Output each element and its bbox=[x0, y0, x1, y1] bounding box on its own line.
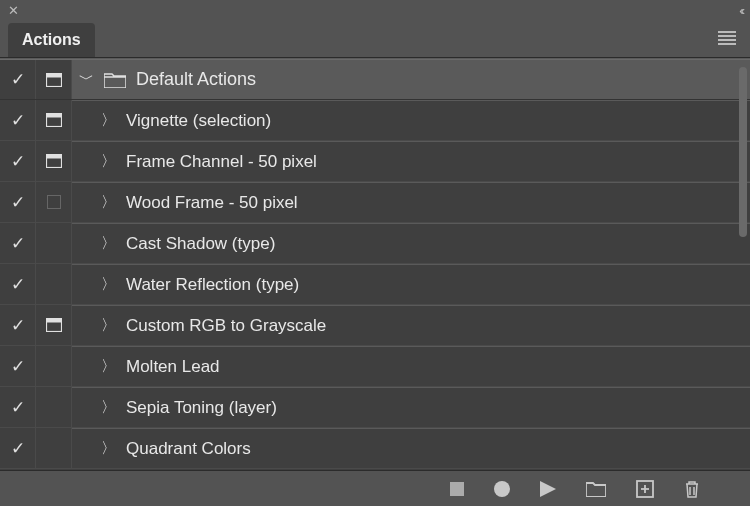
toggle-check[interactable]: ✓ bbox=[0, 223, 36, 263]
tab-actions[interactable]: Actions bbox=[8, 23, 95, 57]
panel-menu-icon[interactable] bbox=[718, 29, 736, 47]
chevron-right-icon[interactable]: 〉 bbox=[100, 193, 116, 212]
toggle-check[interactable]: ✓ bbox=[0, 346, 36, 386]
chevron-right-icon[interactable]: 〉 bbox=[100, 275, 116, 294]
play-button[interactable] bbox=[540, 481, 556, 497]
collapse-panel-icon[interactable]: ‹‹ bbox=[739, 3, 742, 18]
checkmark-icon: ✓ bbox=[11, 233, 25, 254]
checkmark-icon: ✓ bbox=[11, 151, 25, 172]
new-action-button[interactable] bbox=[636, 480, 654, 498]
action-label: Sepia Toning (layer) bbox=[126, 398, 277, 418]
action-row[interactable]: ✓ 〉Quadrant Colors bbox=[0, 428, 750, 469]
chevron-right-icon[interactable]: 〉 bbox=[100, 357, 116, 376]
checkmark-icon: ✓ bbox=[11, 438, 25, 459]
action-label: Wood Frame - 50 pixel bbox=[126, 193, 298, 213]
folder-icon bbox=[104, 72, 126, 88]
record-button[interactable] bbox=[494, 481, 510, 497]
checkmark-icon: ✓ bbox=[11, 274, 25, 295]
toggle-check[interactable]: ✓ bbox=[0, 428, 36, 468]
toggle-check[interactable]: ✓ bbox=[0, 264, 36, 304]
panel-tab-bar: Actions bbox=[0, 20, 750, 58]
new-set-button[interactable] bbox=[586, 481, 606, 497]
toggle-check[interactable]: ✓ bbox=[0, 100, 36, 140]
checkmark-icon: ✓ bbox=[11, 315, 25, 336]
action-row[interactable]: ✓ 〉Cast Shadow (type) bbox=[0, 223, 750, 264]
checkmark-icon: ✓ bbox=[11, 397, 25, 418]
action-set-row[interactable]: ✓ ﹀ Default Actions bbox=[0, 59, 750, 100]
checkmark-icon: ✓ bbox=[11, 356, 25, 377]
chevron-right-icon[interactable]: 〉 bbox=[100, 234, 116, 253]
action-row[interactable]: ✓ 〉Molten Lead bbox=[0, 346, 750, 387]
toggle-check[interactable]: ✓ bbox=[0, 141, 36, 181]
panel-footer bbox=[0, 470, 750, 506]
svg-rect-3 bbox=[46, 114, 61, 118]
toggle-dialog[interactable] bbox=[36, 223, 72, 263]
action-set-label: Default Actions bbox=[136, 69, 256, 90]
action-label: Custom RGB to Grayscale bbox=[126, 316, 326, 336]
toggle-dialog[interactable] bbox=[36, 60, 72, 99]
dialog-icon bbox=[46, 154, 62, 168]
action-label: Quadrant Colors bbox=[126, 439, 251, 459]
toggle-check[interactable]: ✓ bbox=[0, 182, 36, 222]
dialog-icon bbox=[46, 318, 62, 332]
svg-rect-7 bbox=[46, 319, 61, 323]
checkmark-icon: ✓ bbox=[11, 192, 25, 213]
toggle-dialog[interactable] bbox=[36, 100, 72, 140]
toggle-dialog[interactable] bbox=[36, 346, 72, 386]
svg-rect-5 bbox=[46, 155, 61, 159]
action-label: Water Reflection (type) bbox=[126, 275, 299, 295]
chevron-right-icon[interactable]: 〉 bbox=[100, 398, 116, 417]
toggle-dialog[interactable] bbox=[36, 305, 72, 345]
toggle-dialog[interactable] bbox=[36, 141, 72, 181]
toggle-dialog[interactable] bbox=[36, 387, 72, 427]
chevron-right-icon[interactable]: 〉 bbox=[100, 152, 116, 171]
action-row[interactable]: ✓ 〉Vignette (selection) bbox=[0, 100, 750, 141]
actions-list: ✓ ﹀ Default Actions ✓ 〉Vignette (selecti… bbox=[0, 58, 750, 470]
toggle-dialog[interactable] bbox=[36, 182, 72, 222]
checkmark-icon: ✓ bbox=[11, 110, 25, 131]
action-row[interactable]: ✓ 〉Frame Channel - 50 pixel bbox=[0, 141, 750, 182]
svg-rect-1 bbox=[46, 73, 61, 77]
action-label: Cast Shadow (type) bbox=[126, 234, 275, 254]
action-label: Vignette (selection) bbox=[126, 111, 271, 131]
chevron-right-icon[interactable]: 〉 bbox=[100, 111, 116, 130]
action-label: Frame Channel - 50 pixel bbox=[126, 152, 317, 172]
stop-button[interactable] bbox=[450, 482, 464, 496]
panel-topbar: ✕ ‹‹ bbox=[0, 0, 750, 20]
dialog-icon bbox=[46, 113, 62, 127]
action-row[interactable]: ✓ 〉Custom RGB to Grayscale bbox=[0, 305, 750, 346]
svg-point-9 bbox=[494, 481, 510, 497]
close-icon[interactable]: ✕ bbox=[8, 3, 19, 18]
action-row[interactable]: ✓ 〉Wood Frame - 50 pixel bbox=[0, 182, 750, 223]
delete-button[interactable] bbox=[684, 480, 700, 498]
action-row[interactable]: ✓ 〉Water Reflection (type) bbox=[0, 264, 750, 305]
chevron-down-icon[interactable]: ﹀ bbox=[78, 70, 94, 89]
toggle-check[interactable]: ✓ bbox=[0, 60, 36, 99]
chevron-right-icon[interactable]: 〉 bbox=[100, 439, 116, 458]
scrollbar-thumb[interactable] bbox=[739, 67, 747, 237]
toggle-dialog[interactable] bbox=[36, 264, 72, 304]
empty-dialog-icon bbox=[47, 195, 61, 209]
svg-rect-8 bbox=[450, 482, 464, 496]
toggle-check[interactable]: ✓ bbox=[0, 305, 36, 345]
action-row[interactable]: ✓ 〉Sepia Toning (layer) bbox=[0, 387, 750, 428]
action-label: Molten Lead bbox=[126, 357, 220, 377]
dialog-icon bbox=[46, 73, 62, 87]
chevron-right-icon[interactable]: 〉 bbox=[100, 316, 116, 335]
toggle-dialog[interactable] bbox=[36, 428, 72, 468]
svg-marker-10 bbox=[540, 481, 556, 497]
checkmark-icon: ✓ bbox=[11, 69, 25, 90]
toggle-check[interactable]: ✓ bbox=[0, 387, 36, 427]
